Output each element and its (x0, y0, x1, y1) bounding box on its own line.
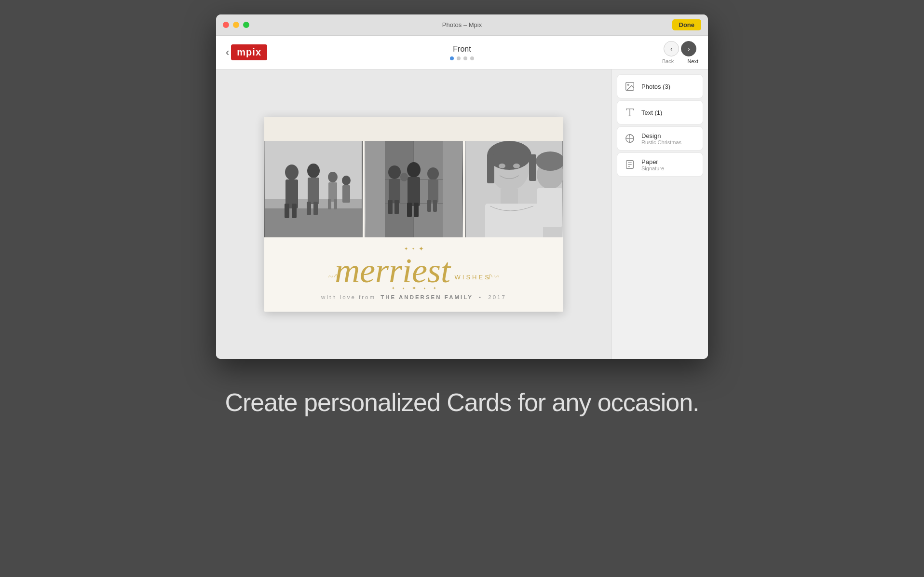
card-preview: ✦ ✦ ✦ ~∿ merriest WISHES (264, 117, 563, 312)
main-script-text: merriest (335, 251, 450, 290)
sidebar: Photos (3) Text (1) (611, 69, 708, 359)
nav-center: Front (450, 45, 474, 60)
page-dots (450, 56, 474, 60)
dot-1 (450, 56, 454, 60)
signature-with-love: with love from THE ANDERSEN FAMILY • 201… (274, 294, 554, 300)
svg-rect-27 (394, 200, 399, 214)
svg-rect-10 (307, 202, 311, 215)
traffic-lights (223, 22, 249, 28)
fullscreen-button[interactable] (243, 22, 249, 28)
paper-item-text: Paper Signature (641, 158, 664, 171)
year: 2017 (488, 294, 506, 300)
design-label: Design (641, 132, 681, 139)
svg-point-52 (627, 84, 629, 85)
main-content: ‹ mpix Front ‹ › (216, 36, 708, 359)
window-title: Photos – Mpix (442, 21, 482, 28)
svg-point-44 (499, 164, 505, 168)
paper-sublabel: Signature (641, 165, 664, 171)
design-sublabel: Rustic Christmas (641, 139, 681, 145)
svg-point-4 (285, 165, 299, 180)
svg-rect-17 (342, 185, 350, 203)
svg-rect-46 (501, 189, 518, 204)
svg-point-12 (328, 172, 338, 182)
paper-icon (623, 158, 637, 171)
tagline-text: Create personalized Cards for any occasi… (225, 388, 699, 416)
next-label: Next (687, 58, 698, 64)
canvas-area: ✦ ✦ ✦ ~∿ merriest WISHES (216, 69, 611, 359)
svg-point-45 (513, 164, 520, 168)
svg-rect-31 (414, 203, 419, 217)
dot-2 (457, 56, 461, 60)
sidebar-item-design[interactable]: Design Rustic Christmas (617, 126, 703, 151)
sidebar-item-paper[interactable]: Paper Signature (617, 152, 703, 177)
svg-point-8 (307, 164, 320, 178)
wishes-text: WISHES (455, 274, 491, 281)
design-icon (623, 132, 637, 145)
svg-rect-42 (487, 154, 494, 183)
editor-area: ✦ ✦ ✦ ~∿ merriest WISHES (216, 69, 708, 359)
svg-rect-25 (389, 179, 400, 203)
sidebar-item-text[interactable]: Text (1) (617, 100, 703, 124)
bottom-tagline-section: Create personalized Cards for any occasi… (0, 359, 924, 436)
photos-label: Photos (3) (641, 83, 670, 90)
dot-3 (463, 56, 467, 60)
svg-point-24 (388, 165, 401, 179)
sidebar-item-photos[interactable]: Photos (3) (617, 74, 703, 98)
card-photo-1[interactable] (264, 141, 363, 237)
svg-rect-47 (485, 204, 543, 237)
nav-arrows: ‹ › (664, 41, 696, 56)
back-chevron-icon: ‹ (226, 46, 229, 59)
back-button[interactable]: ‹ mpix (226, 44, 267, 60)
design-item-text: Design Rustic Christmas (641, 132, 681, 145)
back-label: Back (662, 58, 674, 64)
back-nav-button[interactable]: ‹ (664, 41, 679, 56)
svg-point-32 (427, 167, 439, 180)
bullet: • (479, 294, 482, 300)
title-bar: Photos – Mpix Done (216, 14, 708, 36)
svg-rect-26 (388, 200, 393, 214)
page-title: Front (453, 45, 471, 54)
minimize-button[interactable] (233, 22, 239, 28)
svg-rect-37 (401, 181, 408, 198)
paper-label: Paper (641, 158, 664, 165)
card-wishes-section: ✦ ✦ ✦ ~∿ merriest WISHES (264, 237, 563, 312)
svg-point-16 (342, 176, 351, 185)
svg-point-28 (407, 162, 421, 178)
done-button[interactable]: Done (672, 19, 702, 30)
app-window: Photos – Mpix Done ‹ mpix Front (216, 14, 708, 359)
text-item-text: Text (1) (641, 109, 662, 116)
card-top-space (264, 117, 563, 141)
svg-rect-14 (328, 199, 331, 209)
svg-rect-35 (433, 200, 437, 212)
svg-rect-43 (529, 154, 536, 181)
svg-rect-30 (407, 203, 412, 217)
close-button[interactable] (223, 22, 229, 28)
mpix-logo: mpix (231, 44, 267, 60)
nav-right: ‹ › Back Next (662, 41, 698, 64)
photos-icon (623, 80, 637, 93)
card-photo-3[interactable] (463, 141, 563, 237)
text-icon (623, 106, 637, 119)
svg-rect-29 (408, 177, 420, 206)
svg-rect-50 (537, 188, 562, 227)
signature-line: with love from (321, 294, 376, 300)
text-label: Text (1) (641, 109, 662, 116)
card-photos-row (264, 141, 563, 237)
svg-rect-9 (308, 178, 319, 204)
dot-4 (470, 56, 474, 60)
svg-rect-7 (292, 204, 297, 218)
top-nav: ‹ mpix Front ‹ › (216, 36, 708, 69)
desktop-background: Photos – Mpix Done ‹ mpix Front (0, 0, 924, 436)
svg-rect-33 (428, 179, 438, 203)
svg-rect-6 (285, 204, 289, 218)
next-nav-button[interactable]: › (681, 41, 696, 56)
svg-rect-34 (427, 200, 431, 212)
svg-rect-15 (334, 199, 337, 209)
svg-point-36 (400, 173, 408, 181)
family-name: THE ANDERSEN FAMILY (380, 294, 473, 300)
card-photo-2[interactable] (363, 141, 463, 237)
photos-item-text: Photos (3) (641, 83, 670, 90)
svg-rect-11 (313, 202, 318, 215)
